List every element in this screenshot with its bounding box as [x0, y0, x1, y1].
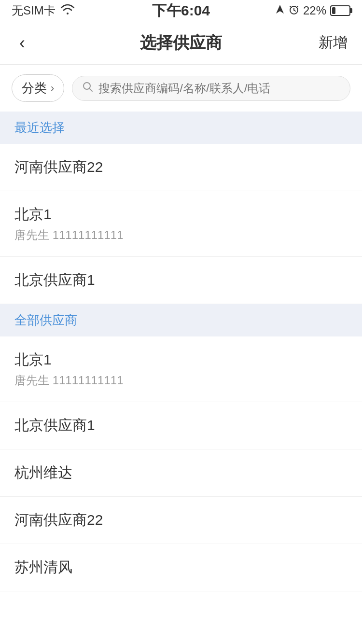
- list-item[interactable]: 北京1唐先生 11111111111: [0, 336, 362, 402]
- item-name: 北京供应商1: [14, 270, 348, 290]
- item-name: 杭州维达: [14, 463, 348, 483]
- list-item[interactable]: 河南供应商22: [0, 497, 362, 544]
- item-name: 北京1: [14, 205, 348, 224]
- battery-percent: 22%: [303, 4, 326, 17]
- item-name: 河南供应商22: [14, 157, 348, 177]
- status-bar: 无SIM卡 下午6:04 22%: [0, 0, 362, 21]
- item-sub: 唐先生 11111111111: [14, 227, 348, 243]
- battery-icon: [330, 5, 350, 16]
- category-button[interactable]: 分类 ›: [12, 74, 64, 102]
- location-icon: [275, 4, 285, 17]
- category-label: 分类: [22, 80, 47, 97]
- wifi-icon: [60, 4, 75, 17]
- list-item[interactable]: 杭州维达: [0, 449, 362, 497]
- nav-bar: ‹ 选择供应商 新增: [0, 21, 362, 65]
- list-item[interactable]: 北京供应商1: [0, 257, 362, 304]
- item-name: 苏州清风: [14, 558, 348, 577]
- search-icon: [82, 81, 94, 96]
- item-name: 北京供应商1: [14, 416, 348, 435]
- recent-section-label: 最近选择: [14, 120, 65, 135]
- list-item[interactable]: 北京1唐先生 11111111111: [0, 191, 362, 257]
- page-title: 选择供应商: [140, 32, 222, 54]
- recent-section-header: 最近选择: [0, 112, 362, 144]
- status-right: 22%: [275, 4, 350, 17]
- back-button[interactable]: ‹: [14, 28, 30, 58]
- list-item[interactable]: 河南供应商22: [0, 144, 362, 191]
- search-input[interactable]: [98, 82, 340, 95]
- all-section-header: 全部供应商: [0, 304, 362, 336]
- item-name: 北京1: [14, 350, 348, 370]
- status-left: 无SIM卡: [12, 3, 75, 18]
- carrier-text: 无SIM卡: [12, 3, 56, 18]
- item-name: 河南供应商22: [14, 510, 348, 530]
- add-button[interactable]: 新增: [319, 33, 348, 53]
- list-item[interactable]: 北京供应商1: [0, 402, 362, 449]
- filter-bar: 分类 ›: [0, 65, 362, 112]
- recent-list: 河南供应商22北京1唐先生 11111111111北京供应商1: [0, 144, 362, 304]
- status-time: 下午6:04: [152, 1, 210, 21]
- all-section-label: 全部供应商: [14, 313, 77, 327]
- chevron-right-icon: ›: [51, 82, 54, 95]
- all-list: 北京1唐先生 11111111111北京供应商1杭州维达河南供应商22苏州清风: [0, 336, 362, 591]
- alarm-icon: [289, 4, 299, 17]
- list-item[interactable]: 苏州清风: [0, 544, 362, 591]
- item-sub: 唐先生 11111111111: [14, 373, 348, 388]
- search-box[interactable]: [72, 76, 350, 101]
